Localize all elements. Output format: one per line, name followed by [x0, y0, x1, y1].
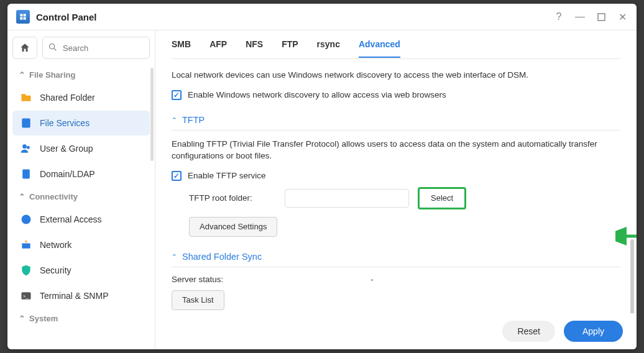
svg-rect-0: [20, 14, 22, 16]
server-status-value: -: [370, 275, 374, 284]
svg-point-8: [22, 144, 27, 149]
users-icon: [20, 142, 32, 155]
sidebar-item-label: User & Group: [40, 144, 93, 154]
tab-afp[interactable]: AFP: [209, 39, 227, 58]
section-label: File Sharing: [29, 70, 75, 80]
server-status-label: Server status:: [172, 275, 370, 284]
chevron-up-icon: ⌄: [172, 116, 177, 124]
app-icon: [16, 10, 30, 24]
tab-ftp[interactable]: FTP: [282, 39, 298, 58]
search-box: [42, 37, 150, 59]
section-file-sharing[interactable]: ⌃ File Sharing: [12, 65, 150, 85]
sidebar-item-user-group[interactable]: User & Group: [12, 136, 150, 161]
svg-point-9: [27, 146, 30, 149]
svg-rect-10: [22, 170, 30, 179]
server-status-row: Server status: -: [172, 275, 620, 284]
home-icon: [19, 42, 30, 53]
minimize-icon[interactable]: —: [574, 11, 586, 22]
section-system[interactable]: ⌃ System: [12, 309, 150, 328]
tftp-root-label: TFTP root folder:: [189, 193, 276, 203]
sidebar-item-label: File Services: [40, 118, 90, 128]
globe-icon: [20, 213, 32, 226]
search-input[interactable]: [42, 37, 150, 59]
close-icon[interactable]: ✕: [617, 11, 628, 22]
content-scrollbar[interactable]: [630, 239, 634, 313]
svg-rect-1: [24, 14, 26, 16]
discovery-description: Local network devices can use Windows ne…: [172, 69, 620, 81]
svg-line-6: [54, 48, 56, 50]
task-list-button[interactable]: Task List: [172, 290, 224, 310]
home-button[interactable]: [12, 37, 37, 59]
select-button[interactable]: Select: [418, 187, 466, 209]
reset-button[interactable]: Reset: [502, 321, 555, 342]
sidebar-item-domain-ldap[interactable]: Domain/LDAP: [12, 162, 150, 186]
file-icon: [20, 117, 32, 129]
sidebar-item-label: External Access: [40, 214, 102, 224]
sidebar-item-label: Security: [40, 265, 71, 275]
enable-discovery-row: Enable Windows network discovery to allo…: [172, 90, 620, 100]
titlebar: Control Panel ? — ✕: [7, 4, 637, 30]
sidebar-item-terminal-snmp[interactable]: >_ Terminal & SNMP: [12, 283, 150, 308]
sidebar-item-label: Domain/LDAP: [40, 169, 95, 179]
enable-tftp-row: Enable TFTP service: [172, 171, 620, 181]
book-icon: [20, 168, 32, 180]
enable-tftp-checkbox[interactable]: [172, 171, 182, 181]
chevron-up-icon: ⌃: [19, 70, 25, 80]
tftp-description: Enabling TFTP (Trivial File Transfer Pro…: [172, 138, 620, 162]
advanced-settings-button[interactable]: Advanced Settings: [189, 217, 277, 237]
enable-discovery-label: Enable Windows network discovery to allo…: [188, 90, 446, 99]
sidebar-item-label: Network: [40, 240, 71, 250]
footer: Reset Apply: [155, 313, 637, 349]
svg-rect-2: [20, 17, 22, 20]
tab-rsync[interactable]: rsync: [317, 39, 340, 58]
tabs: SMB AFP NFS FTP rsync Advanced: [155, 30, 637, 58]
window-title: Control Panel: [36, 12, 97, 22]
svg-text:>_: >_: [23, 293, 29, 299]
apply-button[interactable]: Apply: [564, 321, 623, 342]
sidebar-item-external-access[interactable]: External Access: [12, 207, 150, 232]
svg-point-5: [50, 44, 55, 49]
svg-rect-7: [22, 119, 30, 128]
enable-tftp-label: Enable TFTP service: [188, 171, 266, 180]
chevron-up-icon: ⌃: [19, 192, 25, 201]
sidebar-item-security[interactable]: Security: [12, 258, 150, 283]
tab-advanced[interactable]: Advanced: [359, 39, 400, 58]
content-area: Local network devices can use Windows ne…: [155, 59, 637, 313]
enable-discovery-checkbox[interactable]: [172, 90, 182, 100]
network-icon: [20, 239, 32, 251]
sidebar-item-label: Terminal & SNMP: [40, 291, 108, 301]
maximize-icon[interactable]: [596, 11, 607, 22]
section-label: System: [29, 314, 58, 323]
chevron-up-icon: ⌃: [19, 314, 25, 323]
folder-icon: [20, 91, 32, 104]
sidebar-item-label: Shared Folder: [40, 93, 95, 103]
tab-nfs[interactable]: NFS: [246, 39, 263, 58]
control-panel-window: Control Panel ? — ✕ ⌃ File Sharing: [7, 4, 637, 349]
sync-title: Shared Folder Sync: [182, 252, 262, 262]
sidebar-scrollbar[interactable]: [150, 68, 154, 161]
sidebar-item-network[interactable]: Network: [12, 232, 150, 257]
shield-icon: [20, 264, 32, 277]
shared-folder-sync-toggle[interactable]: ⌄ Shared Folder Sync: [172, 252, 620, 262]
section-label: Connectivity: [29, 192, 78, 201]
tftp-section-toggle[interactable]: ⌄ TFTP: [172, 115, 620, 125]
svg-rect-12: [22, 244, 30, 249]
chevron-up-icon: ⌄: [172, 252, 177, 260]
sidebar-item-shared-folder[interactable]: Shared Folder: [12, 85, 150, 110]
svg-rect-4: [598, 14, 605, 21]
sidebar-item-file-services[interactable]: File Services: [12, 111, 150, 135]
svg-rect-3: [24, 17, 26, 20]
svg-point-11: [22, 215, 31, 224]
tftp-title: TFTP: [182, 115, 205, 125]
terminal-icon: >_: [20, 290, 32, 302]
main-panel: SMB AFP NFS FTP rsync Advanced Local net…: [155, 30, 637, 349]
help-icon[interactable]: ?: [553, 11, 564, 22]
tftp-root-row: TFTP root folder: Select: [189, 187, 620, 209]
sidebar: ⌃ File Sharing Shared Folder File Servic…: [7, 30, 155, 349]
tftp-root-input[interactable]: [285, 189, 409, 208]
section-connectivity[interactable]: ⌃ Connectivity: [12, 187, 150, 206]
search-icon: [48, 42, 58, 55]
tab-smb[interactable]: SMB: [172, 39, 191, 58]
